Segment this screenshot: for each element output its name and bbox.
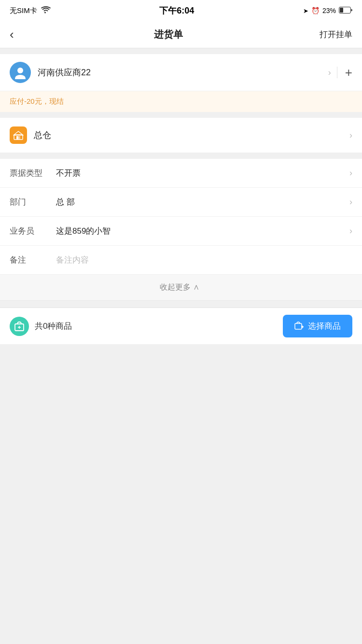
remark-label: 备注 <box>10 254 48 266</box>
battery-icon <box>339 7 352 15</box>
invoice-type-value: 不开票 <box>56 168 349 179</box>
remark-input[interactable]: 备注内容 <box>56 254 352 266</box>
product-count-text: 共0种商品 <box>35 321 283 332</box>
svg-rect-6 <box>16 136 18 140</box>
add-supplier-button[interactable]: + <box>345 65 352 80</box>
svg-point-3 <box>15 75 26 79</box>
department-row[interactable]: 部门 总 部 › <box>0 188 362 217</box>
invoice-type-arrow-icon: › <box>349 168 352 178</box>
invoice-type-row[interactable]: 票据类型 不开票 › <box>0 159 362 188</box>
supplier-avatar <box>10 62 31 83</box>
warehouse-label: 总仓 <box>34 129 349 141</box>
section-gap-2 <box>0 112 362 118</box>
section-gap-4 <box>0 301 362 307</box>
warehouse-row[interactable]: 总仓 › <box>0 118 362 153</box>
status-left: 无SIM卡 <box>10 6 51 15</box>
warehouse-arrow-icon: › <box>349 130 352 140</box>
salesperson-arrow-icon: › <box>349 226 352 236</box>
wifi-icon <box>41 6 51 15</box>
background-fill <box>0 344 362 489</box>
svg-rect-11 <box>295 323 302 329</box>
page-title: 进货单 <box>154 28 183 41</box>
status-time: 下午6:04 <box>159 5 194 16</box>
open-pending-button[interactable]: 打开挂单 <box>320 29 352 40</box>
supplier-row[interactable]: 河南供应商22 › + <box>0 54 362 91</box>
alarm-icon: ⏰ <box>311 7 320 14</box>
form-card: 票据类型 不开票 › 部门 总 部 › 业务员 这是859的小智 › 备注 备注… <box>0 159 362 275</box>
salesperson-value: 这是859的小智 <box>56 225 349 237</box>
battery-text: 23% <box>322 7 336 14</box>
remark-row[interactable]: 备注 备注内容 <box>0 246 362 275</box>
warehouse-card: 总仓 › <box>0 118 362 153</box>
status-right: ➤ ⏰ 23% <box>303 7 352 15</box>
supplier-divider <box>337 67 337 78</box>
product-icon <box>10 317 29 336</box>
warehouse-icon <box>10 126 27 144</box>
notice-text: 应付-20元，现结 <box>10 97 64 105</box>
back-button[interactable]: ‹ <box>10 25 18 44</box>
invoice-type-label: 票据类型 <box>10 168 48 179</box>
select-product-button[interactable]: 选择商品 <box>283 315 352 337</box>
svg-rect-1 <box>340 8 343 13</box>
section-gap-1 <box>0 48 362 54</box>
department-arrow-icon: › <box>349 197 352 207</box>
select-product-label: 选择商品 <box>308 321 341 332</box>
supplier-name: 河南供应商22 <box>38 67 328 78</box>
svg-rect-7 <box>18 136 20 140</box>
location-icon: ➤ <box>303 7 308 14</box>
bottom-bar: 共0种商品 选择商品 <box>0 308 362 344</box>
status-bar: 无SIM卡 下午6:04 ➤ ⏰ 23% <box>0 0 362 21</box>
supplier-card: 河南供应商22 › + 应付-20元，现结 <box>0 54 362 112</box>
svg-point-2 <box>17 68 23 73</box>
department-label: 部门 <box>10 196 48 208</box>
department-value: 总 部 <box>56 196 349 208</box>
salesperson-row[interactable]: 业务员 这是859的小智 › <box>0 217 362 246</box>
nav-bar: ‹ 进货单 打开挂单 <box>0 21 362 48</box>
section-gap-3 <box>0 153 362 159</box>
supplier-arrow-icon: › <box>328 68 331 78</box>
salesperson-label: 业务员 <box>10 225 48 237</box>
collapse-row[interactable]: 收起更多 ∧ <box>0 275 362 301</box>
collapse-label: 收起更多 ∧ <box>160 282 199 293</box>
network-label: 无SIM卡 <box>10 6 37 15</box>
notice-bar: 应付-20元，现结 <box>0 91 362 112</box>
